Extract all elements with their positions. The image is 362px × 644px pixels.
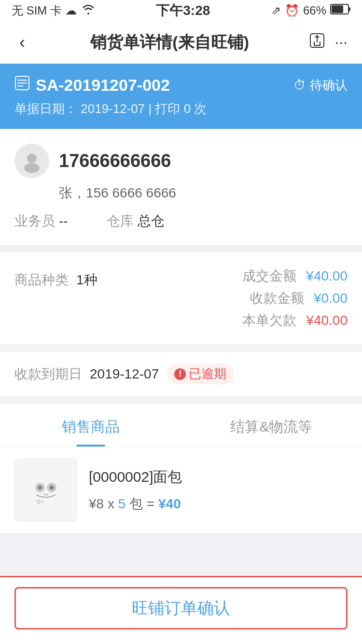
product-type-label: 商品种类 (14, 271, 69, 289)
battery-text: 66% (303, 4, 326, 17)
nav-bar: ‹ 销货单详情(来自旺铺) ··· (0, 21, 362, 64)
confirm-order-button[interactable]: 旺铺订单确认 (14, 587, 348, 630)
product-total: ¥40 (158, 496, 181, 511)
clock-icon: ⏱ (293, 78, 306, 93)
tabs-section: 销售商品 结算&物流等 管+ [0000002]面包 ¥8 (0, 404, 362, 533)
customer-section: 17666666666 张，156 6666 6666 业务员 -- 仓库 总仓 (0, 129, 362, 245)
received-value: ¥0.00 (314, 291, 348, 306)
product-type-value: 1种 (76, 271, 97, 289)
customer-meta: 业务员 -- 仓库 总仓 (14, 212, 348, 230)
warehouse-label: 仓库 (107, 212, 134, 230)
status-bar: 无 SIM 卡 ☁ 下午3:28 ⇗ ⏰ 66% (0, 0, 362, 21)
deal-amount-label: 成交金额 (242, 267, 296, 285)
owed-value: ¥40.00 (306, 313, 348, 328)
due-date-value: 2019-12-07 (90, 366, 159, 382)
order-header: SA-20191207-002 ⏱ 待确认 单据日期： 2019-12-07 |… (0, 64, 362, 129)
order-id: SA-20191207-002 (14, 75, 170, 95)
nav-actions: ··· (309, 33, 348, 52)
alarm-icon: ⏰ (285, 4, 299, 17)
overdue-text: 已逾期 (189, 365, 226, 382)
svg-text:管+: 管+ (36, 499, 44, 504)
customer-avatar (14, 143, 49, 178)
wifi-icon (82, 4, 95, 17)
more-button[interactable]: ··· (334, 33, 348, 51)
overdue-badge: ! 已逾期 (167, 364, 234, 384)
customer-phone: 17666666666 (59, 151, 171, 171)
svg-point-16 (51, 487, 53, 489)
salesman-value: -- (59, 213, 68, 229)
owed-label: 本单欠款 (242, 311, 296, 330)
customer-name: 张，156 6666 6666 (14, 184, 348, 202)
confirm-button-area: 旺铺订单确认 (0, 576, 362, 644)
tab-settlement[interactable]: 结算&物流等 (181, 404, 362, 447)
svg-point-15 (39, 487, 41, 489)
svg-rect-1 (348, 7, 350, 11)
warehouse-value: 总仓 (138, 212, 165, 230)
product-qty: 5 (118, 496, 126, 511)
due-date-label: 收款到期日 (14, 365, 82, 383)
received-label: 收款金额 (250, 289, 304, 308)
back-button[interactable]: ‹ (14, 28, 30, 57)
overdue-icon: ! (174, 368, 186, 380)
status-left: 无 SIM 卡 ☁ (12, 3, 95, 18)
status-right: ⇗ ⏰ 66% (271, 4, 350, 17)
svg-point-10 (24, 163, 40, 173)
svg-rect-2 (332, 5, 343, 13)
no-sim-text: 无 SIM 卡 ☁ (12, 3, 77, 18)
page-title: 销货单详情(来自旺铺) (30, 31, 309, 54)
due-section: 收款到期日 2019-12-07 ! 已逾期 (0, 352, 362, 396)
tab-sales-product[interactable]: 销售商品 (0, 404, 181, 447)
share-button[interactable] (309, 33, 325, 52)
product-name: [0000002]面包 (89, 467, 348, 487)
product-item: 管+ [0000002]面包 ¥8 x 5 包 = ¥40 (0, 447, 362, 533)
battery-icon (330, 4, 350, 17)
status-time: 下午3:28 (156, 1, 210, 20)
order-status: ⏱ 待确认 (293, 77, 348, 94)
order-date: 单据日期： 2019-12-07 | 打印 0 次 (14, 100, 348, 117)
product-calculation: ¥8 x 5 包 = ¥40 (89, 495, 348, 513)
location-icon: ⇗ (271, 4, 281, 17)
product-thumbnail: 管+ (14, 459, 77, 521)
order-icon (14, 75, 30, 95)
product-info: [0000002]面包 ¥8 x 5 包 = ¥40 (89, 467, 348, 513)
stats-section: 商品种类 1种 成交金额 ¥40.00 收款金额 ¥0.00 本单欠款 ¥40.… (0, 252, 362, 344)
deal-amount-value: ¥40.00 (306, 268, 348, 284)
tabs-nav: 销售商品 结算&物流等 (0, 404, 362, 447)
salesman-label: 业务员 (14, 212, 55, 230)
svg-point-9 (27, 154, 37, 163)
